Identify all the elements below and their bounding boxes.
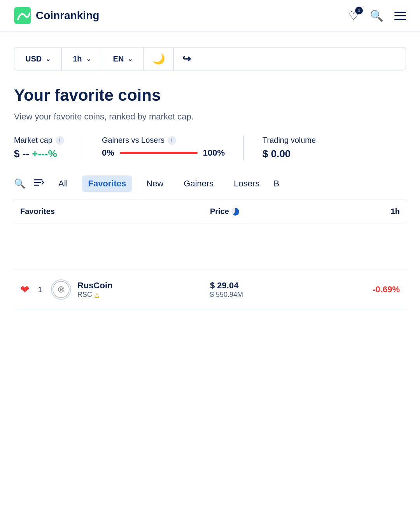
- main-content: Your favorite coins View your favorite c…: [0, 70, 420, 309]
- market-cap-info-icon[interactable]: i: [56, 136, 64, 145]
- timeframe-chevron-icon: ⌄: [86, 55, 91, 63]
- gainers-losers-label: Gainers vs Losers i: [102, 136, 225, 145]
- coin-logo: Ⓡ: [51, 279, 71, 300]
- currency-chevron-icon: ⌄: [46, 55, 51, 63]
- favorites-badge: 1: [355, 7, 363, 14]
- share-icon: ↪: [182, 53, 191, 65]
- timeframe-value: 1h: [73, 54, 82, 63]
- col-price-header: Price: [210, 207, 336, 216]
- logo-icon: [14, 7, 31, 24]
- currency-value: USD: [25, 54, 42, 63]
- market-cap-change: +---%: [32, 148, 57, 160]
- language-value: EN: [113, 54, 124, 63]
- coin-symbol-row: RSC △: [77, 291, 112, 299]
- losers-pct: 100%: [203, 148, 225, 158]
- filter-search-icon[interactable]: 🔍: [14, 178, 26, 189]
- svg-text:Ⓡ: Ⓡ: [58, 286, 65, 293]
- gainers-bar: [120, 152, 198, 154]
- coin-info: RusCoin RSC △: [77, 281, 112, 299]
- warning-icon: △: [94, 291, 99, 298]
- trading-volume-label-text: Trading volume: [262, 136, 316, 145]
- gainers-losers-label-text: Gainers vs Losers: [102, 136, 164, 145]
- filter-tab-gainers[interactable]: Gainers: [177, 175, 220, 192]
- market-cap-block: Market cap i $ -- +---%: [14, 136, 83, 160]
- coin-market-cap: $ 550.94M: [210, 291, 336, 299]
- timeframe-selector[interactable]: 1h ⌄: [62, 47, 102, 70]
- trading-volume-value: $ 0.00: [262, 148, 316, 160]
- search-icon[interactable]: 🔍: [370, 9, 383, 22]
- gainers-losers-block: Gainers vs Losers i 0% 100%: [102, 136, 244, 160]
- coin-name: RusCoin: [77, 281, 112, 291]
- coin-price-col: $ 29.04 $ 550.94M: [210, 281, 336, 299]
- coin-rank: 1: [35, 285, 45, 294]
- gainers-losers-info-icon[interactable]: i: [168, 136, 176, 145]
- menu-icon[interactable]: [394, 12, 406, 20]
- filter-tab-all[interactable]: All: [52, 175, 74, 192]
- coin-change-1h: -0.69%: [336, 284, 400, 295]
- language-chevron-icon: ⌄: [128, 55, 133, 63]
- stats-row: Market cap i $ -- +---% Gainers vs Loser…: [14, 136, 406, 160]
- trading-volume-block: Trading volume $ 0.00: [262, 136, 334, 160]
- market-cap-amount: $ --: [14, 148, 32, 160]
- table-header: Favorites Price 1h: [14, 200, 406, 223]
- table-row: ❤ 1 Ⓡ RusCoin RSC △ $ 29.04: [14, 270, 406, 309]
- price-chart-icon: [231, 208, 239, 216]
- market-cap-label-text: Market cap: [14, 136, 52, 145]
- gainers-pct: 0%: [102, 148, 114, 158]
- header-right: ♡ 1 🔍: [348, 9, 406, 23]
- language-selector[interactable]: EN ⌄: [102, 47, 144, 70]
- coin-symbol: RSC: [77, 291, 92, 299]
- logo-text: Coinranking: [36, 9, 99, 22]
- empty-row: [14, 223, 406, 270]
- ruscoin-logo-svg: Ⓡ: [52, 281, 70, 298]
- filter-row: 🔍 All Favorites New Gainers Losers B: [14, 175, 406, 192]
- col-1h-header: 1h: [336, 207, 400, 216]
- filter-tab-favorites[interactable]: Favorites: [82, 175, 132, 192]
- filter-tab-new[interactable]: New: [140, 175, 170, 192]
- gainers-losers-bar-row: 0% 100%: [102, 148, 225, 158]
- trading-volume-label: Trading volume: [262, 136, 316, 145]
- header: Coinranking ♡ 1 🔍: [0, 0, 420, 32]
- currency-selector[interactable]: USD ⌄: [14, 47, 62, 70]
- col-price-label: Price: [210, 207, 229, 216]
- favorites-button[interactable]: ♡ 1: [348, 9, 359, 23]
- market-cap-label: Market cap i: [14, 136, 64, 145]
- col-favorites-header: Favorites: [20, 207, 210, 216]
- sort-icon[interactable]: [33, 178, 44, 189]
- share-button[interactable]: ↪: [174, 47, 200, 70]
- page-title: Your favorite coins: [14, 86, 406, 105]
- filter-tab-more[interactable]: B: [273, 179, 279, 189]
- moon-icon: 🌙: [152, 53, 165, 65]
- coin-favorites-col: ❤ 1 Ⓡ RusCoin RSC △: [20, 279, 210, 300]
- market-cap-value: $ -- +---%: [14, 148, 64, 160]
- page-subtitle: View your favorite coins, ranked by mark…: [14, 112, 406, 122]
- coin-heart-icon[interactable]: ❤: [20, 283, 29, 296]
- logo-area: Coinranking: [14, 7, 99, 24]
- filter-tab-losers[interactable]: Losers: [228, 175, 266, 192]
- dark-mode-button[interactable]: 🌙: [144, 47, 174, 70]
- coins-table: Favorites Price 1h ❤ 1 Ⓡ RusC: [14, 200, 406, 309]
- toolbar: USD ⌄ 1h ⌄ EN ⌄ 🌙 ↪: [14, 47, 406, 70]
- coin-price: $ 29.04: [210, 281, 336, 291]
